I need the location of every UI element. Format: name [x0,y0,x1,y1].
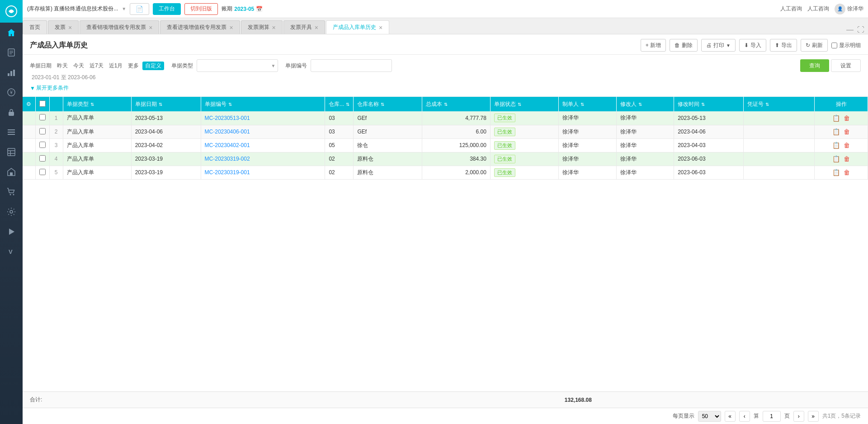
th-creator[interactable]: 制单人⇅ [559,97,617,111]
edit-op-btn[interactable]: 📋 [831,114,841,122]
th-modify-time[interactable]: 修改时间⇅ [674,97,744,111]
row-checkbox[interactable] [39,142,46,148]
td-number[interactable]: MC-20230406-001 [201,125,325,138]
tab-purchase-vat[interactable]: 查看进项增值税专用发票 × [160,20,240,34]
close-icon[interactable]: × [229,24,233,31]
expand-filter-btn[interactable]: ▼ 展开更多条件 [30,84,861,92]
copy-doc-btn[interactable]: 📄 [130,3,149,15]
td-number[interactable]: MC-20230319-001 [201,166,325,179]
sidebar-item-chart[interactable] [0,62,23,82]
shortcut-1month[interactable]: 近1月 [107,62,125,70]
delete-btn[interactable]: 🗑 删除 [670,39,698,52]
close-icon[interactable]: × [272,24,276,31]
delete-op-btn[interactable]: 🗑 [843,128,851,135]
th-total-cost[interactable]: 总成本⇅ [422,97,490,111]
shortcut-7days[interactable]: 近7天 [88,62,105,70]
sidebar-item-docs[interactable] [0,43,23,62]
page-number-input[interactable] [763,411,781,422]
td-checkbox[interactable] [35,138,49,152]
doc-number-link[interactable]: MC-20230402-001 [205,142,250,148]
refresh-btn[interactable]: ↻ 刷新 [801,39,828,52]
number-filter-input[interactable] [311,59,392,72]
row-checkbox[interactable] [39,114,46,120]
app-logo[interactable] [0,0,23,23]
sidebar-item-home[interactable] [0,23,23,43]
delete-op-btn[interactable]: 🗑 [843,142,851,149]
window-minimize-btn[interactable]: — [846,26,854,34]
help-label[interactable]: 人工咨询 [807,5,829,13]
calendar-icon[interactable]: 📅 [256,6,263,12]
th-date[interactable]: 单据日期⇅ [131,97,201,111]
tab-invoice[interactable]: 发票 × [48,20,79,34]
settings-icon[interactable]: ⚙ [26,101,31,107]
sidebar-item-v[interactable]: V [0,242,23,262]
delete-op-btn[interactable]: 🗑 [843,114,851,122]
tab-product-inbound[interactable]: 产成品入库单历史 × [326,20,389,34]
per-page-select[interactable]: 50 10 20 100 [698,411,721,422]
new-btn[interactable]: + 新增 [641,39,666,52]
shortcut-yesterday[interactable]: 昨天 [55,62,70,70]
th-checkbox[interactable] [35,97,49,111]
tab-invoice-open[interactable]: 发票开具 × [283,20,325,34]
show-detail-checkbox[interactable] [831,43,837,48]
td-checkbox[interactable] [35,125,49,138]
row-checkbox[interactable] [39,128,46,134]
select-all-checkbox[interactable] [39,100,46,107]
doc-number-link[interactable]: MC-20230406-001 [205,129,250,135]
workbench-btn[interactable]: 工作台 [153,3,181,15]
first-page-btn[interactable]: « [725,411,736,422]
switch-version-btn[interactable]: 切到旧版 [184,3,218,15]
td-number[interactable]: MC-20230319-002 [201,152,325,166]
th-warehouse-name[interactable]: 仓库名称⇅ [354,97,422,111]
shortcut-today[interactable]: 今天 [71,62,86,70]
next-page-btn[interactable]: › [793,411,804,422]
shortcut-custom[interactable]: 自定义 [142,62,164,70]
sidebar-item-finance[interactable]: ¥ [0,82,23,102]
window-maximize-btn[interactable]: ⛶ [857,26,864,34]
query-btn[interactable]: 查询 [800,59,829,72]
sidebar-item-warehouse[interactable] [0,162,23,182]
help-btn[interactable]: 人工咨询 [780,5,802,13]
sidebar-item-list[interactable] [0,122,23,142]
edit-op-btn[interactable]: 📋 [831,142,841,149]
doc-number-link[interactable]: MC-20230319-002 [205,156,250,162]
close-icon[interactable]: × [379,24,382,31]
tab-invoice-calc[interactable]: 发票测算 × [241,20,283,34]
sidebar-item-settings[interactable] [0,202,23,222]
delete-op-btn[interactable]: 🗑 [843,155,851,162]
th-voucher[interactable]: 凭证号⇅ [744,97,815,111]
td-number[interactable]: MC-20230513-001 [201,111,325,125]
last-page-btn[interactable]: » [808,411,819,422]
td-checkbox[interactable] [35,166,49,179]
edit-op-btn[interactable]: 📋 [831,128,841,135]
user-section[interactable]: 👤 徐泽华 [835,4,863,14]
tab-sales-vat[interactable]: 查看销项增值税专用发票 × [80,20,159,34]
sidebar-item-table[interactable] [0,142,23,162]
prev-page-btn[interactable]: ‹ [739,411,750,422]
td-checkbox[interactable] [35,111,49,125]
th-status[interactable]: 单据状态⇅ [490,97,558,111]
th-type[interactable]: 单据类型⇅ [63,97,131,111]
close-icon[interactable]: × [315,24,318,31]
doc-number-link[interactable]: MC-20230319-001 [205,169,250,176]
td-checkbox[interactable] [35,152,49,166]
sidebar-item-lock[interactable] [0,102,23,122]
doc-number-link[interactable]: MC-20230513-001 [205,115,250,121]
close-icon[interactable]: × [68,24,72,31]
edit-op-btn[interactable]: 📋 [831,155,841,162]
export-btn[interactable]: ⬆ 导出 [770,39,797,52]
td-number[interactable]: MC-20230402-001 [201,138,325,152]
th-number[interactable]: 单据编号⇅ [201,97,325,111]
edit-op-btn[interactable]: 📋 [831,169,841,176]
sidebar-item-play[interactable] [0,222,23,242]
th-warehouse-code[interactable]: 仓库...⇅ [325,97,354,111]
type-select[interactable] [197,59,278,72]
import-btn[interactable]: ⬇ 导入 [739,39,766,52]
row-checkbox[interactable] [39,155,46,162]
print-btn[interactable]: 🖨 打印 ▼ [701,39,736,52]
shortcut-more[interactable]: 更多 [126,62,141,70]
sidebar-item-purchase[interactable] [0,182,23,202]
tab-home[interactable]: 首页 [23,20,47,34]
th-setting[interactable]: ⚙ [23,97,35,111]
reset-btn[interactable]: 设置 [831,59,861,72]
